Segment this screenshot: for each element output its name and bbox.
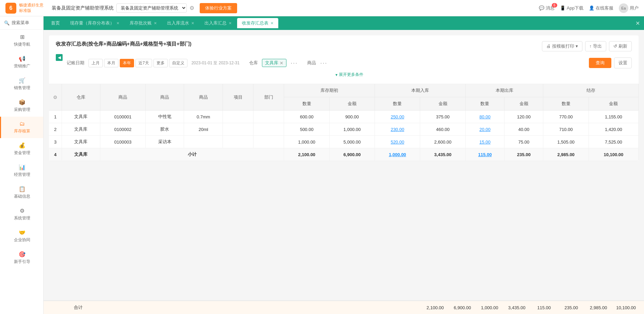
date-7-days[interactable]: 近7天 — [135, 59, 152, 67]
collapse-arrow[interactable]: ◀ — [56, 54, 63, 61]
tab-home-label: 首页 — [51, 20, 60, 26]
sidebar-item-quick-nav[interactable]: ⊞ 快捷导航 — [0, 30, 43, 51]
tab-in-out-summary-label: 出入库汇总 — [204, 20, 227, 26]
row3-spec — [184, 136, 223, 148]
purchase-icon: 📦 — [19, 99, 26, 105]
col-open-qty: 数量 — [284, 97, 329, 111]
refresh-btn[interactable]: ↺ 刷新 — [609, 41, 632, 51]
row1-code: 0100001 — [100, 111, 145, 123]
tab-recv-send-close[interactable]: ✕ — [270, 21, 274, 26]
col-group-in: 本期入库 — [375, 84, 466, 97]
warehouse-dots[interactable]: ··· — [291, 60, 298, 67]
tab-home[interactable]: 首页 — [46, 18, 65, 28]
sidebar-item-sales[interactable]: 🛒 销售管理 — [0, 73, 43, 95]
quick-nav-label: 快捷导航 — [14, 42, 30, 47]
table-settings-btn[interactable]: ⚙ — [53, 95, 57, 100]
operations-label: 经营管理 — [14, 172, 30, 178]
sidebar-item-operations[interactable]: 📊 经营管理 — [0, 160, 43, 182]
logo-line2: 标准版 — [19, 8, 44, 14]
logo-letter: 6 — [10, 5, 13, 11]
warehouse-tag-close[interactable]: ✕ — [280, 61, 283, 66]
row2-project — [223, 123, 253, 136]
subtotal-in-qty: 1,000.00 — [375, 148, 420, 161]
row2-warehouse: 文具库 — [62, 123, 100, 136]
tab-bar: 首页 现存量（库存分布表） ✕ 库存批次账 ✕ 出入库流水 ✕ 出入库汇总 ✕ — [44, 16, 644, 30]
settings-icon[interactable]: ⚙ — [189, 5, 194, 11]
main-area: 🔍 搜索菜单 ⊞ 快捷导航 📢 营销推广 🛒 销售管理 📦 采购管理 🗂 — [0, 16, 644, 314]
sidebar-item-guide[interactable]: 🎯 新手引导 — [0, 247, 43, 269]
date-more[interactable]: 更多 — [153, 59, 168, 67]
online-support-label: 在线客服 — [596, 5, 613, 11]
row2-spec: 20ml — [184, 123, 223, 136]
tab-in-out-flow[interactable]: 出入库流水 ✕ — [162, 18, 199, 28]
row2-open-amt: 1,000.00 — [329, 123, 375, 136]
tab-batch[interactable]: 库存批次账 ✕ — [125, 18, 162, 28]
system-title: 装备及固定资产辅助管理系统 — [52, 5, 114, 11]
online-support-action[interactable]: 👤 在线客服 — [589, 5, 613, 11]
print-btn[interactable]: 🖨 按模板打印 ▾ — [542, 41, 582, 51]
goods-dots[interactable]: ··· — [320, 60, 327, 67]
table-footer: 合计 2,100.00 6,900.00 1,000.00 3,435.00 1… — [44, 300, 644, 314]
top-actions: 💬 消息 6 📱 App下载 👤 在线客服 Ea 用户 — [539, 3, 639, 13]
subtotal-close-qty: 2,985.00 — [543, 148, 589, 161]
user-action[interactable]: Ea 用户 — [619, 3, 639, 13]
sidebar-item-system[interactable]: ⚙ 系统管理 — [0, 203, 43, 225]
phone-icon: 📱 — [560, 5, 565, 11]
tab-in-out-summary-close[interactable]: ✕ — [229, 21, 232, 26]
export-icon: ↑ — [590, 44, 592, 49]
filter-main: 记账日期 上月 本月 本年 近7天 更多 自定义 — [67, 54, 632, 80]
app-download-action[interactable]: 📱 App下载 — [560, 5, 583, 11]
sidebar-search[interactable]: 🔍 搜索菜单 — [0, 16, 43, 30]
row3-close-qty: 1,505.00 — [543, 136, 589, 148]
sidebar-item-enterprise[interactable]: 🤝 企业协同 — [0, 225, 43, 247]
query-btn[interactable]: 查询 — [589, 58, 611, 68]
row3-name: 采访本 — [146, 136, 184, 148]
message-action[interactable]: 💬 消息 6 — [539, 5, 555, 11]
tab-stock-dist[interactable]: 现存量（库存分布表） ✕ — [65, 18, 124, 28]
subtotal-out-qty: 115.00 — [465, 148, 504, 161]
col-group-out: 本期出库 — [465, 84, 543, 97]
footer-open-qty: 2,100.00 — [422, 305, 449, 310]
guide-label: 新手引导 — [14, 259, 30, 265]
date-custom[interactable]: 自定义 — [169, 59, 187, 67]
row2-in-amt: 460.00 — [420, 123, 465, 136]
user-label: 用户 — [630, 5, 639, 11]
footer-out-qty: 115.00 — [530, 305, 558, 310]
guide-icon: 🎯 — [19, 251, 26, 258]
date-this-year[interactable]: 本年 — [120, 59, 134, 67]
header-actions: 🖨 按模板打印 ▾ ↑ 导出 ↺ 刷新 — [542, 41, 632, 51]
tab-stock-dist-close[interactable]: ✕ — [116, 21, 119, 26]
col-project-header: 项目 — [223, 84, 253, 111]
col-out-amt: 金额 — [505, 97, 543, 111]
tab-bar-close[interactable]: ✕ — [634, 19, 641, 28]
subtotal-in-amt: 3,435.00 — [420, 148, 465, 161]
experience-btn[interactable]: 体验行业方案 — [200, 3, 237, 13]
tab-batch-close[interactable]: ✕ — [154, 21, 157, 26]
tab-in-out-summary[interactable]: 出入库汇总 ✕ — [200, 18, 236, 28]
date-this-month[interactable]: 本月 — [104, 59, 118, 67]
table-wrapper: ⚙ 仓库 商品 商品 商品 项目 部门 库存期初 本期入库 — [49, 84, 639, 161]
tab-in-out-flow-close[interactable]: ✕ — [191, 21, 194, 26]
footer-spacer — [109, 305, 422, 310]
row1-name: 中性笔 — [146, 111, 184, 123]
setting-btn[interactable]: 设置 — [614, 57, 632, 68]
footer-total-label: 合计 — [74, 305, 83, 310]
row2-dept — [253, 123, 284, 136]
purchase-label: 采购管理 — [14, 107, 30, 113]
tab-recv-send[interactable]: 收发存汇总表 ✕ — [237, 18, 278, 28]
row3-open-qty: 1,000.00 — [284, 136, 329, 148]
sidebar-item-base-info[interactable]: 📋 基础信息 — [0, 182, 43, 203]
sidebar-item-inventory[interactable]: 🗂 库存核算 — [0, 117, 43, 138]
col-group-closing: 结存 — [543, 84, 639, 97]
avatar: Ea — [619, 3, 628, 13]
sidebar-item-purchase[interactable]: 📦 采购管理 — [0, 95, 43, 117]
system-select[interactable]: 装备及固定资产辅助管理系统 — [116, 3, 187, 13]
filter-row-1: 记账日期 上月 本月 本年 近7天 更多 自定义 — [67, 54, 632, 70]
expand-more-btn[interactable]: ▾ 展开更多条件 — [335, 72, 363, 78]
row1-dept — [253, 111, 284, 123]
export-btn[interactable]: ↑ 导出 — [585, 41, 607, 51]
date-prev-month[interactable]: 上月 — [88, 59, 103, 67]
subtotal-no: 4 — [49, 148, 62, 161]
sidebar-item-marketing[interactable]: 📢 营销推广 — [0, 51, 43, 73]
sidebar-item-finance[interactable]: 💰 资金管理 — [0, 138, 43, 160]
